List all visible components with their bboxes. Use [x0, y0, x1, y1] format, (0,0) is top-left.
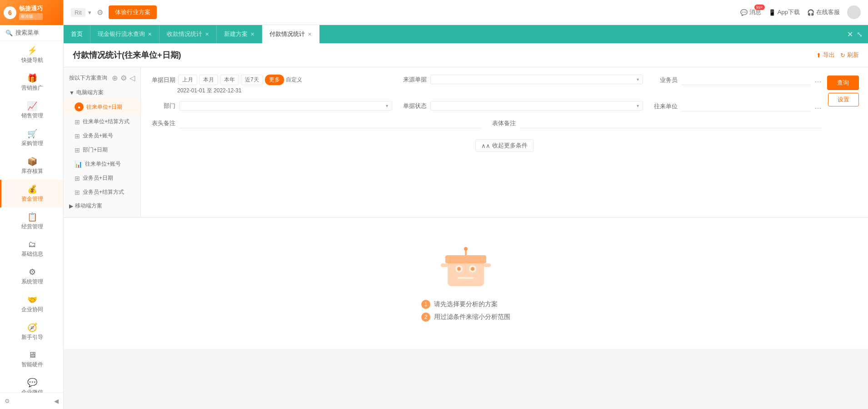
collapse-row: ∧∧ 收起更多条件 — [150, 135, 859, 157]
tab-minimize-icon[interactable]: ✕ — [847, 30, 853, 39]
mobile-group-header[interactable]: ▶ 移动端方案 — [64, 199, 140, 212]
date-this-month[interactable]: 本月 — [199, 75, 218, 85]
collapse-up-icon: ∧∧ — [481, 142, 490, 149]
filter-row-3: 表头备注 表体备注 — [150, 118, 822, 128]
status-arrow-icon: ▾ — [637, 103, 639, 108]
enterprise-icon: 🤝 — [27, 295, 37, 305]
tab-payment-stats[interactable]: 付款情况统计 ✕ — [262, 25, 319, 43]
source-filter-group: 来源单据 ▾ — [401, 75, 644, 84]
sidebar-item-marketing[interactable]: 🎁 营销推广 — [0, 69, 63, 96]
export-button[interactable]: ⬆ 导出 — [816, 51, 835, 59]
search-menu[interactable]: 🔍 搜索菜单 — [0, 25, 63, 41]
svg-rect-10 — [484, 263, 491, 267]
date-last-month[interactable]: 上月 — [178, 75, 197, 85]
page-header: 付款情况统计(往来单位+日期) ⬆ 导出 ↻ 刷新 — [64, 43, 868, 67]
scheme-dept-date[interactable]: ⊞ 部门+日期 — [64, 143, 140, 157]
message-action[interactable]: 💬 消息 99+ — [740, 8, 761, 16]
scheme-table-icon2: ⊞ — [75, 132, 80, 140]
svg-point-8 — [464, 247, 468, 251]
filter-row-2: 部门 ▾ 单据状态 ▾ — [150, 101, 822, 111]
sidebar-item-quick-nav[interactable]: ⚡ 快捷导航 — [0, 41, 63, 69]
note2-input[interactable] — [519, 118, 822, 128]
refresh-button[interactable]: ↻ 刷新 — [840, 51, 859, 59]
tab-close-payment-stats[interactable]: ✕ — [308, 31, 312, 37]
collapse-scheme-icon[interactable]: ◁ — [130, 74, 135, 82]
refresh-icon: ↻ — [840, 52, 845, 59]
partner-more-icon[interactable]: … — [814, 102, 822, 111]
dept-filter-group: 部门 ▾ — [150, 101, 392, 111]
inventory-icon: 📦 — [27, 157, 37, 167]
scheme-partner-account[interactable]: 📊 往来单位+账号 — [64, 157, 140, 171]
logo-icon: 6 — [4, 6, 16, 19]
sidebar-item-weixin[interactable]: 💬 企业微信 — [0, 373, 63, 393]
svg-point-4 — [457, 267, 461, 271]
tab-cash-flow[interactable]: 现金银行流水查询 ✕ — [90, 25, 160, 43]
partner-input[interactable] — [681, 101, 811, 111]
source-label: 来源单据 — [401, 76, 427, 84]
filter-scheme-sidebar: 按以下方案查询 ⊕ ⚙ ◁ ▼ 电脑端方案 ● 往来单位+日期 — [64, 67, 141, 217]
quick-nav-icon: ⚡ — [27, 45, 37, 56]
message-icon: 💬 — [740, 9, 748, 16]
date-custom[interactable]: 自定义 — [286, 76, 302, 84]
date-7days[interactable]: 近7天 — [241, 75, 263, 85]
source-select[interactable]: ▾ — [430, 75, 644, 84]
sidebar-item-hardware[interactable]: 🖥 智能硬件 — [0, 346, 63, 373]
export-icon: ⬆ — [816, 52, 821, 59]
sidebar-item-operation[interactable]: 📋 经营管理 — [0, 207, 63, 235]
scheme-table-icon3: ⊞ — [75, 146, 80, 154]
status-select[interactable]: ▾ — [430, 101, 644, 111]
service-action[interactable]: 🎧 在线客服 — [807, 8, 840, 16]
desktop-group-header[interactable]: ▼ 电脑端方案 — [64, 86, 140, 99]
main-area: Rit ▾ ⚙ 体验行业方案 💬 消息 99+ 📱 App下载 🎧 在线客服 — [64, 0, 868, 409]
sidebar-item-sales[interactable]: 📈 销售管理 — [0, 96, 63, 124]
collapse-button[interactable]: ∧∧ 收起更多条件 — [475, 139, 534, 152]
scheme-partner-payment[interactable]: ⊞ 往来单位+结算方式 — [64, 115, 140, 129]
note2-label: 表体备注 — [490, 119, 516, 127]
tab-maximize-icon[interactable]: ⤡ — [857, 30, 863, 39]
tab-close-cash-flow[interactable]: ✕ — [148, 31, 152, 37]
logo-text: 畅捷通巧 标准版 — [19, 5, 43, 20]
company-selector[interactable]: Rit ▾ — [71, 8, 91, 17]
user-avatar[interactable] — [847, 5, 861, 19]
scheme-staff-payment[interactable]: ⊞ 业务员+结算方式 — [64, 185, 140, 199]
sidebar-item-fund[interactable]: 💰 资金管理 — [0, 180, 63, 207]
scheme-sidebar-header: 按以下方案查询 ⊕ ⚙ ◁ — [64, 72, 140, 86]
staff-input[interactable] — [681, 75, 811, 85]
settings-scheme-icon[interactable]: ⚙ — [120, 74, 127, 82]
sidebar-item-purchase[interactable]: 🛒 采购管理 — [0, 124, 63, 152]
sidebar-item-basic[interactable]: 🗂 基础信息 — [0, 235, 63, 263]
dept-select[interactable]: ▾ — [179, 101, 392, 111]
filter-row-1: 单据日期 上月 本月 本年 近7天 更多 自定义 — [150, 75, 822, 95]
filter-settings-button[interactable]: 设置 — [828, 93, 859, 106]
tab-home[interactable]: 首页 — [64, 25, 90, 43]
note1-input[interactable] — [179, 118, 481, 128]
tabbar: 首页 现金银行流水查询 ✕ 收款情况统计 ✕ 新建方案 ✕ 付款情况统计 ✕ ✕… — [64, 25, 868, 43]
sidebar-item-inventory[interactable]: 📦 库存核算 — [0, 152, 63, 180]
date-more[interactable]: 更多 — [265, 75, 284, 85]
scheme-partner-date[interactable]: ● 往来单位+日期 — [64, 99, 140, 115]
purchase-icon: 🛒 — [27, 129, 37, 139]
date-this-year[interactable]: 本年 — [220, 75, 239, 85]
tab-receipt-stats[interactable]: 收款情况统计 ✕ — [160, 25, 217, 43]
footer-collapse-icon[interactable]: ◀ — [54, 398, 59, 404]
footer-settings-icon[interactable]: ⚙ — [5, 398, 10, 404]
add-scheme-icon[interactable]: ⊕ — [112, 74, 118, 82]
staff-more-icon[interactable]: … — [814, 76, 822, 84]
scheme-staff-account[interactable]: ⊞ 业务员+账号 — [64, 129, 140, 143]
scheme-staff-date[interactable]: ⊞ 业务员+日期 — [64, 171, 140, 185]
tab-close-new-scheme[interactable]: ✕ — [250, 31, 254, 37]
page-content: 付款情况统计(往来单位+日期) ⬆ 导出 ↻ 刷新 按以下方案查询 ⊕ — [64, 43, 868, 409]
sidebar-item-guide[interactable]: 🧭 新手引导 — [0, 318, 63, 346]
settings-icon[interactable]: ⚙ — [97, 8, 103, 17]
company-name: Rit — [71, 8, 85, 17]
marketing-icon: 🎁 — [27, 73, 37, 83]
tab-new-scheme[interactable]: 新建方案 ✕ — [217, 25, 262, 43]
app-icon: 📱 — [768, 9, 776, 16]
query-button[interactable]: 查询 — [827, 76, 859, 90]
trial-button[interactable]: 体验行业方案 — [109, 5, 157, 19]
sidebar-item-enterprise[interactable]: 🤝 企业协同 — [0, 290, 63, 318]
app-download-action[interactable]: 📱 App下载 — [768, 8, 800, 16]
scheme-table-icon: ⊞ — [75, 118, 80, 126]
sidebar-item-system[interactable]: ⚙ 系统管理 — [0, 263, 63, 290]
tab-close-receipt-stats[interactable]: ✕ — [205, 31, 209, 37]
